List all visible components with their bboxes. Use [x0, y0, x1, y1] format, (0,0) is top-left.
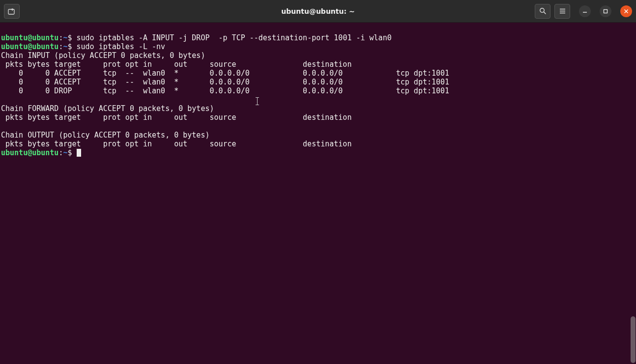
command-1: sudo iptables -A INPUT -j DROP -p TCP --… [72, 33, 392, 42]
output-line: Chain FORWARD (policy ACCEPT 0 packets, … [1, 104, 214, 113]
prompt-userhost: ubuntu@ubuntu [1, 42, 58, 51]
new-tab-button[interactable] [4, 4, 20, 19]
output-line: 0 0 ACCEPT tcp -- wlan0 * 0.0.0.0/0 0.0.… [1, 78, 449, 86]
text-ibeam-cursor [257, 97, 258, 105]
prompt-userhost: ubuntu@ubuntu [1, 33, 58, 42]
right-controls [535, 4, 632, 19]
close-button[interactable] [620, 5, 632, 17]
output-line: pkts bytes target prot opt in out source… [1, 113, 351, 122]
minimize-button[interactable] [579, 5, 591, 17]
maximize-button[interactable] [600, 5, 611, 17]
prompt-dollar: $ [67, 148, 72, 157]
svg-rect-9 [604, 9, 607, 13]
prompt-line-2: ubuntu@ubuntu:~$ sudo iptables -L -nv [1, 42, 165, 51]
output-line: Chain OUTPUT (policy ACCEPT 0 packets, 0… [1, 131, 209, 140]
output-line: 0 0 DROP tcp -- wlan0 * 0.0.0.0/0 0.0.0.… [1, 86, 449, 95]
output-line: pkts bytes target prot opt in out source… [1, 60, 351, 69]
maximize-icon [603, 9, 608, 14]
output-line: pkts bytes target prot opt in out source… [1, 140, 351, 148]
svg-line-4 [544, 12, 546, 14]
titlebar: ubuntu@ubuntu: ~ [0, 0, 636, 23]
block-cursor [77, 149, 81, 157]
output-line: Chain INPUT (policy ACCEPT 0 packets, 0 … [1, 51, 205, 60]
prompt-userhost: ubuntu@ubuntu [1, 148, 58, 157]
search-icon [539, 7, 547, 15]
minimize-icon [582, 9, 587, 14]
new-tab-icon [8, 8, 16, 15]
menu-button[interactable] [554, 4, 570, 19]
terminal-window: ubuntu@ubuntu: ~ [0, 0, 636, 364]
prompt-line-1: ubuntu@ubuntu:~$ sudo iptables -A INPUT … [1, 33, 392, 42]
scrollbar-thumb[interactable] [631, 316, 636, 363]
svg-rect-0 [8, 9, 14, 14]
search-button[interactable] [535, 4, 550, 19]
command-2: sudo iptables -L -nv [72, 42, 166, 51]
window-title: ubuntu@ubuntu: ~ [281, 7, 354, 15]
output-line: 0 0 ACCEPT tcp -- wlan0 * 0.0.0.0/0 0.0.… [1, 69, 449, 78]
prompt-line-3: ubuntu@ubuntu:~$ [1, 148, 81, 157]
hamburger-icon [559, 7, 566, 15]
terminal-area[interactable]: ubuntu@ubuntu:~$ sudo iptables -A INPUT … [0, 23, 636, 364]
close-icon [624, 9, 629, 14]
prompt-dollar: $ [67, 42, 72, 51]
prompt-dollar: $ [67, 33, 72, 42]
